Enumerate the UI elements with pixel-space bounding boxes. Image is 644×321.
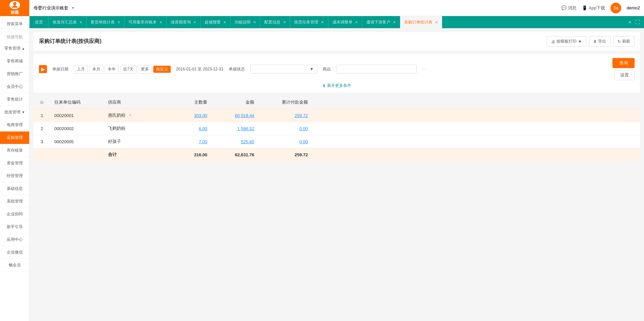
this-year-button[interactable]: 本年 (105, 65, 119, 73)
expand-conditions-button[interactable]: ⬇ 展开更多条件 (322, 83, 351, 89)
this-month-button[interactable]: 本月 (89, 65, 103, 73)
row-paid[interactable]: 259.72 (258, 109, 312, 122)
row-amount[interactable]: 1,586.52 (211, 122, 258, 135)
tab-close-icon[interactable]: × (355, 20, 358, 24)
template-print-button[interactable]: 🖨 按模板打印 ▼ (547, 36, 586, 47)
tab-maximize-icon[interactable]: ⛶ (634, 19, 641, 25)
sidebar-item-wholesale[interactable]: 批发管理 ▼ (0, 106, 29, 119)
sidebar-item-label: 零售商城 (7, 58, 23, 64)
row-paid[interactable]: 0.00 (258, 135, 312, 148)
tab-close-icon[interactable]: × (435, 20, 438, 24)
row-qty[interactable]: 303.00 (171, 109, 211, 122)
tab-close-all-icon[interactable]: × (627, 19, 633, 25)
more-date-button[interactable]: 更多 (138, 65, 152, 73)
tab-bar: 首页 收发存汇总表 × 要货单统计表 × 可用量库存账本 × 保质期查询 × 超… (30, 16, 644, 28)
more-options-icon[interactable]: ··· (422, 67, 425, 71)
table-row: 1 00020001 惠氏奶粉 ▼ 303.00 60,519.44 259.7… (34, 109, 640, 122)
row-extra (312, 135, 640, 148)
sidebar-item-enterprise-wechat[interactable]: 企业微信 (0, 246, 29, 259)
filter-toggle-button[interactable]: ▶ (39, 65, 47, 73)
sidebar-item-retail-mall[interactable]: 零售商城 (0, 55, 29, 68)
tab-available-stock[interactable]: 可用量库存账本 × (124, 16, 166, 28)
row-qty[interactable]: 7.00 (171, 135, 211, 148)
last-7days-button[interactable]: 近7天 (120, 65, 137, 73)
sidebar-item-app-center[interactable]: 应用中心 (0, 233, 29, 246)
tab-close-icon[interactable]: × (159, 20, 162, 24)
refresh-label: 刷新 (622, 39, 630, 44)
tab-close-icon[interactable]: × (117, 20, 120, 24)
last-month-button[interactable]: 上月 (74, 65, 88, 73)
sidebar-item-member-vip[interactable]: 畅会员 (0, 259, 29, 272)
sidebar-item-guide[interactable]: 新手引导 (0, 221, 29, 233)
tab-close-icon[interactable]: × (223, 20, 226, 24)
tab-config[interactable]: 配置信息 × (260, 16, 290, 28)
sidebar-item-retail-mgmt[interactable]: 零售管理 ▲ (0, 42, 29, 55)
row-expand-icon[interactable]: ▼ (128, 113, 132, 118)
tab-overstock[interactable]: 超储预警 × (201, 16, 230, 28)
export-button[interactable]: ⬇ 导出 (589, 36, 610, 47)
sidebar-item-label: 营销推广 (7, 71, 23, 77)
filter-expand-row: ⬇ 展开更多条件 (39, 83, 635, 89)
tab-close-icon[interactable]: × (194, 20, 196, 24)
expand-label: 展开更多条件 (327, 83, 351, 89)
sidebar-item-retail-stats[interactable]: 零售统计 (0, 93, 29, 106)
column-settings-icon[interactable]: ⚙ (40, 100, 44, 105)
tab-pick-task[interactable]: 拣货任务管理 × (290, 16, 328, 28)
tab-close-icon[interactable]: × (393, 20, 396, 24)
status-select[interactable]: ▼ (250, 65, 317, 73)
tab-close-icon[interactable]: × (253, 20, 256, 24)
sidebar-item-operations[interactable]: 经营管理 (0, 170, 29, 182)
refresh-button[interactable]: ↻ 刷新 (613, 36, 635, 47)
tab-receive-summary[interactable]: 收发存汇总表 × (49, 16, 87, 28)
table-header-row: ⚙ 往来单位编码 供应商 主数量 金额 (34, 96, 640, 109)
footer-qty: 316.00 (171, 148, 211, 161)
tab-close-icon[interactable]: × (283, 20, 286, 24)
quick-nav-title[interactable]: 快捷导航 (0, 32, 29, 42)
sidebar-item-marketing[interactable]: 营销推广 (0, 68, 29, 81)
content-area: 采购订单统计表(按供应商) 🖨 按模板打印 ▼ ⬇ 导出 ↻ 刷新 (30, 28, 644, 321)
tab-feature-desc[interactable]: 功能说明 × (230, 16, 260, 28)
tab-invite-customer[interactable]: 邀请下游客户 × (362, 16, 400, 28)
col-amount-header: 金额 (211, 96, 258, 109)
row-amount[interactable]: 60,519.44 (211, 109, 258, 122)
row-qty[interactable]: 6.00 (171, 122, 211, 135)
sidebar-item-label: 新手引导 (7, 224, 23, 230)
sidebar-item-label: 会员中心 (7, 84, 23, 90)
footer-paid: 259.72 (258, 148, 312, 161)
sidebar-item-system[interactable]: 系统管理 (0, 195, 29, 208)
tab-order-stats[interactable]: 要货单统计表 × (87, 16, 124, 28)
query-button[interactable]: 查询 (612, 58, 635, 68)
sidebar-item-enterprise-collab[interactable]: 企业协同 (0, 208, 29, 221)
goods-input[interactable] (336, 65, 417, 73)
row-amount[interactable]: 525.80 (211, 135, 258, 148)
message-button[interactable]: 💬 消息 (561, 5, 577, 11)
username-label[interactable]: demo2 (627, 5, 640, 10)
row-code: 00020002 (50, 122, 104, 135)
sidebar-item-member[interactable]: 会员中心 (0, 81, 29, 93)
user-avatar[interactable]: Ea (610, 3, 621, 13)
top-bar-left: 母婴行业演示账套 ▼ (34, 5, 75, 11)
tab-close-icon[interactable]: × (79, 20, 82, 24)
settings-button[interactable]: 设置 (614, 70, 635, 80)
sidebar-item-finance[interactable]: 资金管理 (0, 157, 29, 170)
date-range-text: 2016-01-01 至 2023-12-31 (176, 66, 223, 72)
sidebar-item-inventory[interactable]: 库存核算 (0, 144, 29, 157)
chevron-down-icon: ▲ (22, 47, 25, 50)
tab-home[interactable]: 首页 (30, 16, 49, 28)
tab-cost-adjust[interactable]: 成本调整单 × (328, 16, 362, 28)
logo-text: 标题 (11, 10, 19, 15)
dropdown-arrow-icon[interactable]: ▼ (71, 6, 75, 10)
main-area: 母婴行业演示账套 ▼ 💬 消息 📱 App下载 Ea demo2 首页 收发存汇… (30, 0, 644, 321)
sidebar-item-ecommerce[interactable]: 电商管理 (0, 119, 29, 131)
tab-expiry[interactable]: 保质期查询 × (167, 16, 201, 28)
row-code: 00020005 (50, 135, 104, 148)
tab-purchase-order-stats[interactable]: 采购订单统计表 × (400, 16, 442, 28)
chevron-down-icon: ▼ (22, 110, 25, 114)
sidebar-item-basic-info[interactable]: 基础信息 (0, 182, 29, 195)
row-paid[interactable]: 0.00 (258, 122, 312, 135)
app-download-button[interactable]: 📱 App下载 (582, 5, 605, 11)
tab-close-icon[interactable]: × (321, 20, 324, 24)
row-extra (312, 109, 640, 122)
search-menu-button[interactable]: 搜索菜单 (2, 19, 27, 29)
sidebar-item-purchase[interactable]: 采购管理 (0, 131, 29, 144)
